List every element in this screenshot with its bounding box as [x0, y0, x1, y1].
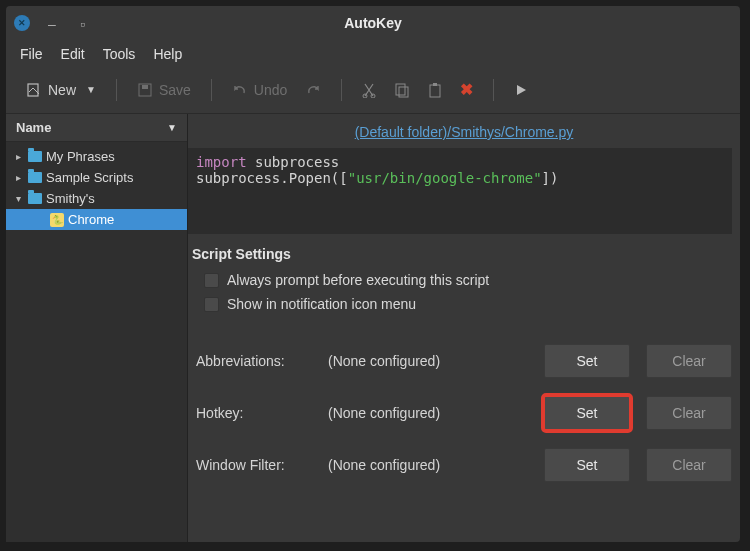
- hotkey-label: Hotkey:: [196, 405, 312, 421]
- save-label: Save: [159, 82, 191, 98]
- tree-label: My Phrases: [46, 149, 115, 164]
- hotkey-value: (None configured): [328, 405, 528, 421]
- toolbar: New ▼ Save Undo Redo: [6, 72, 740, 114]
- menu-tools[interactable]: Tools: [103, 46, 136, 62]
- settings-grid: Abbreviations: (None configured) Set Cle…: [188, 344, 740, 482]
- tree-item-sample-scripts[interactable]: ▸ Sample Scripts: [6, 167, 187, 188]
- svg-rect-0: [28, 84, 38, 96]
- checkbox-label: Show in notification icon menu: [227, 296, 416, 312]
- delete-icon: ✖: [460, 80, 473, 99]
- svg-rect-8: [433, 83, 437, 86]
- folder-icon: [28, 193, 42, 204]
- checkbox-icon[interactable]: [204, 297, 219, 312]
- checkbox-label: Always prompt before executing this scri…: [227, 272, 489, 288]
- main-split: Name ▼ ▸ My Phrases ▸ Sample Scripts ▾ S: [6, 114, 740, 542]
- tree-item-chrome[interactable]: 🐍 Chrome: [6, 209, 187, 230]
- window-filter-value: (None configured): [328, 457, 528, 473]
- tree-item-smithys[interactable]: ▾ Smithy's: [6, 188, 187, 209]
- cut-icon: [362, 82, 376, 98]
- chevron-down-icon: ▼: [167, 122, 177, 133]
- abbreviations-value: (None configured): [328, 353, 528, 369]
- code-editor[interactable]: import subprocess subprocess.Popen(["usr…: [188, 148, 732, 234]
- close-icon[interactable]: [14, 15, 30, 31]
- code-keyword: import: [196, 154, 247, 170]
- hotkey-clear-button[interactable]: Clear: [646, 396, 732, 430]
- expand-icon: ▸: [12, 151, 24, 162]
- tree-label: Smithy's: [46, 191, 95, 206]
- window-filter-label: Window Filter:: [196, 457, 312, 473]
- expand-icon: ▸: [12, 172, 24, 183]
- breadcrumb-link[interactable]: (Default folder)/Smithys/Chrome.py: [188, 114, 740, 148]
- tree-item-my-phrases[interactable]: ▸ My Phrases: [6, 146, 187, 167]
- minimize-icon[interactable]: –: [48, 16, 62, 30]
- undo-button[interactable]: Undo: [226, 78, 293, 102]
- separator: [493, 79, 494, 101]
- python-icon: 🐍: [50, 213, 64, 227]
- menubar: File Edit Tools Help: [6, 40, 740, 72]
- new-file-icon: [26, 82, 42, 98]
- code-text: subprocess.Popen([: [196, 170, 348, 186]
- cut-button[interactable]: [356, 78, 382, 102]
- show-notification-row[interactable]: Show in notification icon menu: [188, 292, 740, 316]
- redo-button[interactable]: Redo: [299, 79, 327, 101]
- collapse-icon: ▾: [12, 193, 24, 204]
- code-text: ]): [542, 170, 559, 186]
- new-button[interactable]: New ▼: [20, 78, 102, 102]
- script-settings-title: Script Settings: [188, 234, 740, 268]
- menu-help[interactable]: Help: [153, 46, 182, 62]
- code-text: subprocess: [247, 154, 340, 170]
- sidebar: Name ▼ ▸ My Phrases ▸ Sample Scripts ▾ S: [6, 114, 188, 542]
- svg-rect-5: [396, 84, 405, 95]
- content-pane: (Default folder)/Smithys/Chrome.py impor…: [188, 114, 740, 542]
- checkbox-icon[interactable]: [204, 273, 219, 288]
- save-button[interactable]: Save: [131, 78, 197, 102]
- folder-icon: [28, 172, 42, 183]
- abbreviations-clear-button[interactable]: Clear: [646, 344, 732, 378]
- titlebar: – ▫ AutoKey: [6, 6, 740, 40]
- window-filter-clear-button[interactable]: Clear: [646, 448, 732, 482]
- separator: [341, 79, 342, 101]
- maximize-icon[interactable]: ▫: [80, 16, 94, 30]
- chevron-down-icon: ▼: [86, 84, 96, 95]
- window-filter-set-button[interactable]: Set: [544, 448, 630, 482]
- window-title: AutoKey: [6, 15, 740, 31]
- tree-label: Chrome: [68, 212, 114, 227]
- menu-file[interactable]: File: [20, 46, 43, 62]
- abbreviations-label: Abbreviations:: [196, 353, 312, 369]
- paste-button[interactable]: [422, 78, 448, 102]
- sidebar-header[interactable]: Name ▼: [6, 114, 187, 142]
- sidebar-header-label: Name: [16, 120, 51, 135]
- hotkey-set-button[interactable]: Set: [544, 396, 630, 430]
- redo-icon: [305, 83, 321, 97]
- delete-button[interactable]: ✖: [454, 76, 479, 103]
- svg-rect-2: [142, 85, 148, 89]
- play-icon: [514, 83, 528, 97]
- svg-rect-7: [430, 85, 440, 97]
- paste-icon: [428, 82, 442, 98]
- menu-edit[interactable]: Edit: [61, 46, 85, 62]
- copy-icon: [394, 82, 410, 98]
- separator: [116, 79, 117, 101]
- copy-button[interactable]: [388, 78, 416, 102]
- app-window: – ▫ AutoKey File Edit Tools Help New ▼ S…: [6, 6, 740, 542]
- always-prompt-row[interactable]: Always prompt before executing this scri…: [188, 268, 740, 292]
- folder-icon: [28, 151, 42, 162]
- undo-label: Undo: [254, 82, 287, 98]
- code-string: "usr/bin/google-chrome": [348, 170, 542, 186]
- separator: [211, 79, 212, 101]
- save-icon: [137, 82, 153, 98]
- tree: ▸ My Phrases ▸ Sample Scripts ▾ Smithy's…: [6, 142, 187, 234]
- new-label: New: [48, 82, 76, 98]
- run-button[interactable]: [508, 79, 534, 101]
- undo-icon: [232, 83, 248, 97]
- abbreviations-set-button[interactable]: Set: [544, 344, 630, 378]
- tree-label: Sample Scripts: [46, 170, 133, 185]
